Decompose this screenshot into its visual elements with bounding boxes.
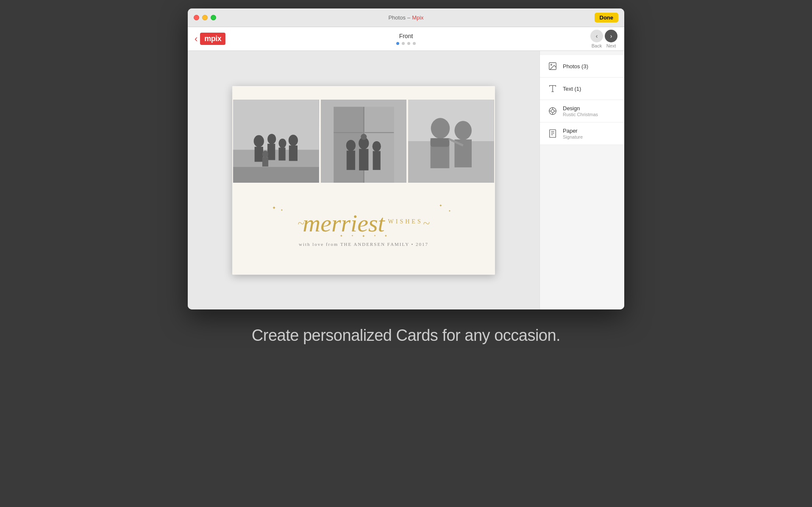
card-top-strip	[232, 86, 495, 99]
next-arrow-button[interactable]: ›	[605, 30, 617, 42]
svg-rect-2	[233, 167, 319, 182]
title-separator: –	[407, 14, 410, 21]
svg-point-5	[267, 134, 276, 144]
sidebar-text-photos: Photos (3)	[563, 63, 588, 70]
svg-rect-25	[373, 151, 380, 170]
traffic-lights	[194, 15, 216, 20]
main-content: ✦ ✦ ✦ ✦ ~ merriest WISHES	[188, 51, 624, 309]
svg-point-40	[551, 109, 554, 112]
title-photos: Photos	[388, 14, 405, 21]
svg-point-26	[361, 134, 367, 139]
titlebar: Photos – Mpix Done	[188, 8, 624, 27]
svg-point-11	[262, 150, 268, 157]
done-button[interactable]: Done	[595, 13, 619, 22]
sidebar-text-design: Design Rustic Christmas	[563, 105, 598, 117]
card-bottom: ✦ ✦ ✦ ✦ ~ merriest WISHES	[232, 184, 495, 275]
photos-label: Photos (3)	[563, 63, 588, 70]
svg-rect-23	[359, 149, 368, 170]
dot-1[interactable]	[396, 42, 399, 45]
svg-rect-28	[408, 141, 494, 183]
sidebar-text-text: Text (1)	[563, 86, 581, 92]
svg-rect-10	[289, 145, 298, 161]
back-arrow-wrap: ‹ Back	[590, 30, 603, 48]
wishes-text: WISHES	[388, 218, 423, 225]
family-text: with love from THE ANDERSEN FAMILY • 201…	[299, 242, 428, 247]
svg-rect-4	[255, 147, 263, 162]
mpix-logo[interactable]: mpix	[200, 33, 225, 45]
paper-label: Paper	[563, 128, 583, 134]
close-button[interactable]	[194, 15, 199, 20]
dot-4[interactable]	[413, 42, 416, 45]
sidebar-item-text[interactable]: Text (1)	[540, 78, 624, 100]
svg-rect-45	[550, 130, 556, 137]
tagline: Create personalized Cards for any occasi…	[252, 326, 560, 345]
toolbar: ‹ mpix Front ‹ Back › Next	[188, 27, 624, 51]
svg-point-9	[289, 134, 298, 145]
svg-rect-12	[262, 157, 268, 166]
svg-point-7	[278, 138, 286, 148]
title-mpix: Mpix	[412, 14, 423, 21]
dot-2[interactable]	[402, 42, 405, 45]
back-chevron-icon: ‹	[195, 33, 197, 45]
text-label: Text (1)	[563, 86, 581, 92]
sidebar: Photos (3) Text (1)	[539, 51, 624, 309]
toolbar-center: Front	[396, 33, 416, 45]
paper-icon	[547, 128, 559, 139]
next-arrow-wrap: › Next	[605, 30, 617, 48]
page-title: Front	[399, 33, 413, 39]
svg-rect-8	[278, 148, 285, 160]
image-icon	[547, 60, 559, 72]
card-photo-3[interactable]	[407, 99, 495, 184]
minimize-button[interactable]	[202, 15, 208, 20]
svg-point-3	[254, 135, 264, 147]
sidebar-item-paper[interactable]: Paper Signature	[540, 123, 624, 145]
page-dots	[396, 42, 416, 45]
dot-3[interactable]	[407, 42, 410, 45]
svg-rect-31	[431, 138, 450, 146]
card-photos	[232, 99, 495, 184]
sidebar-item-design[interactable]: Design Rustic Christmas	[540, 100, 624, 123]
paper-sublabel: Signature	[563, 134, 583, 139]
sidebar-text-paper: Paper Signature	[563, 128, 583, 139]
app-window: Photos – Mpix Done ‹ mpix Front ‹ Back	[188, 8, 624, 309]
back-nav-btn[interactable]: ‹ mpix	[195, 33, 225, 45]
sidebar-item-photos[interactable]: Photos (3)	[540, 55, 624, 78]
merriest-text: merriest	[303, 211, 384, 236]
canvas-area: ✦ ✦ ✦ ✦ ~ merriest WISHES	[188, 51, 539, 309]
svg-point-29	[431, 118, 450, 139]
card-photo-1[interactable]	[232, 99, 320, 184]
svg-point-20	[346, 139, 355, 150]
next-label: Next	[606, 43, 616, 48]
back-label: Back	[592, 43, 602, 48]
svg-point-24	[372, 141, 381, 151]
design-sublabel: Rustic Christmas	[563, 112, 598, 117]
svg-point-32	[455, 121, 472, 140]
window-title: Photos – Mpix	[388, 14, 423, 21]
svg-rect-6	[267, 144, 275, 160]
card-preview: ✦ ✦ ✦ ✦ ~ merriest WISHES	[232, 86, 495, 275]
text-icon	[547, 83, 559, 95]
back-arrow-button[interactable]: ‹	[590, 30, 603, 42]
svg-rect-21	[346, 150, 355, 170]
nav-arrows: ‹ Back › Next	[590, 30, 617, 48]
card-text-row: ~ merriest WISHES ~	[298, 211, 430, 236]
design-icon	[547, 105, 559, 117]
fullscreen-button[interactable]	[211, 15, 216, 20]
svg-point-36	[551, 64, 552, 65]
card-photo-2[interactable]	[320, 99, 408, 184]
design-label: Design	[563, 105, 598, 111]
